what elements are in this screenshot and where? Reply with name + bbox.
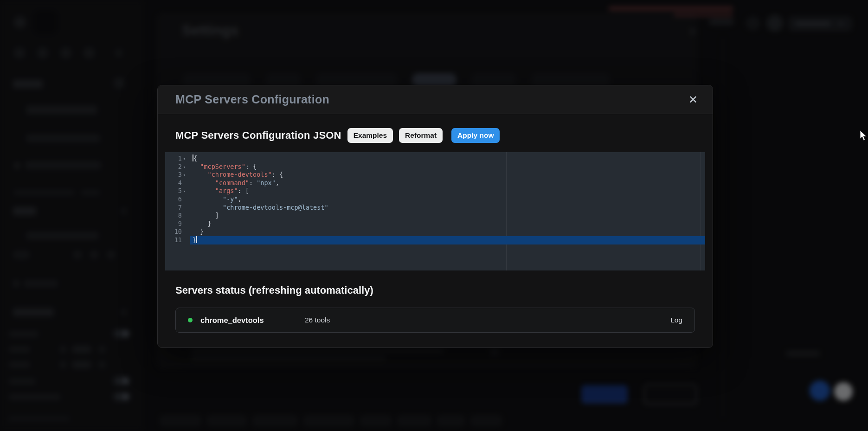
mcp-servers-modal: MCP Servers Configuration ✕ MCP Servers … [157,85,713,348]
server-log-button[interactable]: Log [670,316,682,324]
line-content: "-y", [188,195,242,204]
token-key: "command" [215,179,249,187]
json-code-editor[interactable]: 1▾{2▾"mcpServers": {3▾"chrome-devtools":… [165,152,705,270]
code-line-3[interactable]: 3▾"chrome-devtools": { [165,171,705,179]
code-line-8[interactable]: 8▾] [165,212,705,220]
mouse-cursor [860,130,868,142]
token-str: "npx" [257,179,276,187]
token-pun: , [276,179,279,187]
code-line-4[interactable]: 4▾"command": "npx", [165,179,705,187]
line-number: 1▾ [165,154,188,163]
token-key: "mcpServers" [200,163,245,170]
line-number: 2▾ [165,163,188,171]
line-content: { [188,154,197,163]
server-name: chrome_devtools [200,316,305,325]
line-content: ] [188,212,219,220]
fold-arrow-icon[interactable]: ▾ [182,187,187,196]
fold-arrow-icon[interactable]: ▾ [182,163,187,172]
code-line-7[interactable]: 7▾"chrome-devtools-mcp@latest" [165,204,705,212]
code-line-5[interactable]: 5▾"args": [ [165,187,705,195]
text-cursor [196,236,197,243]
apply-now-button[interactable]: Apply now [451,128,500,143]
token-pun: } [193,236,196,244]
modal-body: MCP Servers Configuration JSON Examples … [158,114,713,333]
json-section-header: MCP Servers Configuration JSON Examples … [175,128,705,143]
code-line-9[interactable]: 9▾} [165,220,705,228]
token-str: "chrome-devtools-mcp@latest" [223,204,328,211]
token-key: "chrome-devtools" [208,171,272,178]
status-section-title: Servers status (refreshing automatically… [175,284,705,296]
servers-list: chrome_devtools26 toolsLog [165,308,705,333]
token-pun: ] [215,212,219,219]
line-content: "chrome-devtools": { [188,171,283,179]
token-pun: } [200,228,204,235]
line-number: 9▾ [165,220,188,228]
token-pun: : [249,179,257,187]
line-content: } [188,228,204,236]
token-pun: : [ [238,187,249,194]
server-tools-count: 26 tools [305,316,330,324]
fold-arrow-icon[interactable]: ▾ [182,155,187,163]
code-line-11[interactable]: 11▾} [165,236,705,244]
code-line-1[interactable]: 1▾{ [165,154,705,163]
line-number: 7▾ [165,204,188,212]
line-number: 8▾ [165,212,188,220]
modal-header: MCP Servers Configuration ✕ [158,85,713,114]
server-row: chrome_devtools26 toolsLog [175,308,695,333]
line-number: 6▾ [165,195,188,204]
token-pun: } [208,220,212,227]
line-content: "chrome-devtools-mcp@latest" [188,204,328,212]
line-content: "command": "npx", [188,179,279,187]
token-pun: , [238,195,242,203]
line-number: 11▾ [165,236,188,244]
line-content: } [188,220,212,228]
examples-button[interactable]: Examples [347,128,393,143]
server-status-icon [188,318,193,322]
code-line-6[interactable]: 6▾"-y", [165,195,705,204]
token-str: "-y" [223,195,238,203]
code-line-10[interactable]: 10▾} [165,228,705,236]
line-number: 4▾ [165,179,188,187]
line-content: "mcpServers": { [188,163,257,171]
line-number: 3▾ [165,171,188,179]
token-pun: : { [272,171,283,178]
fold-arrow-icon[interactable]: ▾ [182,171,187,180]
line-number: 10▾ [165,228,188,236]
token-pun: : { [245,163,257,170]
json-section-title: MCP Servers Configuration JSON [175,129,341,142]
token-key: "args" [215,187,238,194]
line-content: } [188,236,197,244]
modal-title: MCP Servers Configuration [175,93,329,106]
code-lines: 1▾{2▾"mcpServers": {3▾"chrome-devtools":… [165,154,705,244]
close-icon[interactable]: ✕ [686,92,701,107]
code-line-2[interactable]: 2▾"mcpServers": { [165,163,705,171]
line-number: 5▾ [165,187,188,195]
line-content: "args": [ [188,187,249,195]
token-pun: { [193,154,197,162]
reformat-button[interactable]: Reformat [399,128,443,143]
